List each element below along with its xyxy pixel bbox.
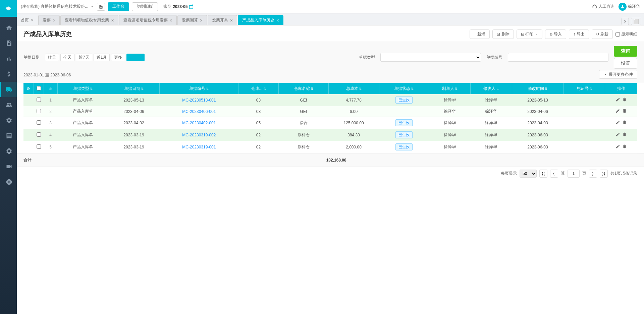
cell-checkbox[interactable]	[34, 106, 44, 117]
delete-action-icon[interactable]	[622, 120, 627, 126]
sidebar-item-chart[interactable]	[0, 51, 17, 66]
tab-product-history[interactable]: 产成品入库单历史 ×	[238, 15, 283, 25]
per-page-select[interactable]: 50 100 200	[520, 170, 537, 178]
print-button[interactable]: ⊟ 打印	[517, 29, 542, 39]
cell-number[interactable]: MC-20230406-001	[160, 106, 238, 117]
row-checkbox[interactable]	[37, 132, 41, 137]
delete-action-icon[interactable]	[622, 132, 627, 138]
select-all-checkbox[interactable]	[37, 86, 41, 90]
delete-action-icon[interactable]	[622, 109, 627, 114]
col-date[interactable]: 单据日期⇅	[108, 83, 160, 94]
edit-action-icon[interactable]	[615, 144, 620, 150]
row-checkbox[interactable]	[37, 144, 41, 149]
col-settings[interactable]: ⚙	[23, 83, 34, 94]
page-number-input[interactable]	[568, 170, 580, 178]
doc-icon-btn[interactable]	[97, 3, 105, 11]
col-creator[interactable]: 制单人⇅	[429, 83, 471, 94]
user-menu[interactable]: 徐泽华	[619, 3, 640, 11]
edit-action-icon[interactable]	[615, 109, 620, 114]
col-modify-time[interactable]: 修改时间⇅	[512, 83, 564, 94]
cell-checkbox[interactable]	[34, 129, 44, 141]
calendar-icon[interactable]	[189, 4, 194, 9]
tab-invoice-open[interactable]: 发票开具 ×	[208, 15, 237, 25]
tab-calc[interactable]: 发票测算 ×	[177, 15, 207, 25]
number-filter-input[interactable]	[508, 53, 608, 62]
last-page-btn[interactable]: ⟩⟩	[600, 170, 608, 178]
sidebar-item-video[interactable]	[0, 159, 17, 174]
workbench-button[interactable]: 工作台	[108, 2, 129, 11]
sidebar-item-vlogo[interactable]	[0, 174, 17, 190]
tab-invoice[interactable]: 发票 ×	[38, 15, 60, 25]
display-switch[interactable]: 显示明细	[615, 32, 637, 37]
export-button[interactable]: ↑ 导出	[569, 29, 589, 39]
prev-page-btn[interactable]: ⟨	[550, 170, 558, 178]
col-status[interactable]: 单据状态⇅	[379, 83, 429, 94]
tab-vat-sales-close[interactable]: ×	[111, 18, 114, 23]
tab-expand-btn[interactable]: ⬜	[631, 18, 641, 25]
table-row[interactable]: 3 产品入库单 2023-04-02 MC-20230402-001 05 徐合…	[23, 117, 637, 129]
tab-invoice-open-close[interactable]: ×	[230, 18, 233, 23]
cell-checkbox[interactable]	[34, 117, 44, 129]
col-warehouse-code[interactable]: 仓库...⇅	[238, 83, 278, 94]
row-checkbox[interactable]	[37, 109, 41, 113]
tab-close-all-btn[interactable]: ×	[622, 18, 629, 25]
display-checkbox[interactable]	[615, 32, 620, 37]
table-row[interactable]: 5 产品入库单 2023-03-19 MC-20230319-001 02 原料…	[23, 141, 637, 153]
next-page-btn[interactable]: ⟩	[589, 170, 597, 178]
edit-action-icon[interactable]	[615, 120, 620, 126]
col-checkbox[interactable]	[34, 83, 44, 94]
query-button[interactable]: 查询	[614, 46, 637, 57]
tab-vat-purchase-close[interactable]: ×	[170, 18, 172, 23]
delete-action-icon[interactable]	[622, 97, 627, 103]
tab-vat-purchase[interactable]: 查看进项增值税专用发票 ×	[119, 15, 177, 25]
col-modifier[interactable]: 修改人⇅	[470, 83, 512, 94]
row-checkbox[interactable]	[37, 120, 41, 125]
col-type[interactable]: 单据类型⇅	[57, 83, 108, 94]
delete-button[interactable]: ⊡ 删除	[492, 29, 514, 39]
yesterday-btn[interactable]: 昨天	[45, 54, 59, 61]
col-total-cost[interactable]: 总成本⇅	[328, 83, 379, 94]
table-row[interactable]: 1 产品入库单 2023-05-13 MC-20230513-001 03 GE…	[23, 94, 637, 106]
sidebar-item-home[interactable]	[0, 20, 17, 36]
more-date-btn[interactable]: 更多	[111, 54, 125, 61]
tab-product-history-close[interactable]: ×	[276, 18, 279, 23]
tab-vat-sales[interactable]: 查看销项增值税专用发票 ×	[60, 15, 118, 25]
cell-number[interactable]: MC-20230402-001	[160, 117, 238, 129]
col-number[interactable]: 单据编号⇅	[160, 83, 238, 94]
last7days-btn[interactable]: 近7天	[76, 54, 92, 61]
first-page-btn[interactable]: ⟨⟨	[539, 170, 547, 178]
import-button[interactable]: ⊕ 导入	[545, 29, 566, 39]
refresh-button[interactable]: ↺ 刷新	[592, 29, 613, 39]
sidebar-item-document[interactable]	[0, 36, 17, 51]
tab-invoice-close[interactable]: ×	[53, 18, 55, 23]
cell-checkbox[interactable]	[34, 141, 44, 153]
tab-calc-close[interactable]: ×	[200, 18, 203, 23]
cell-checkbox[interactable]	[34, 94, 44, 106]
sidebar-item-settings2[interactable]	[0, 113, 17, 128]
custom-date-btn[interactable]: 自定义	[126, 54, 145, 61]
new-button[interactable]: + 新增	[470, 29, 490, 39]
today-btn[interactable]: 今天	[60, 54, 74, 61]
help-label[interactable]: 人工咨询	[592, 4, 614, 9]
set-button[interactable]: 设置	[614, 58, 637, 69]
cell-number[interactable]: MC-20230513-001	[160, 94, 238, 106]
cell-number[interactable]: MC-20230319-002	[160, 129, 238, 141]
table-row[interactable]: 4 产品入库单 2023-03-19 MC-20230319-002 02 原料…	[23, 129, 637, 141]
cell-number[interactable]: MC-20230319-001	[160, 141, 238, 153]
tab-home-close[interactable]: ×	[31, 18, 34, 22]
type-filter-select[interactable]	[380, 53, 481, 62]
col-warehouse-name[interactable]: 仓库名称⇅	[278, 83, 328, 94]
delete-action-icon[interactable]	[622, 144, 627, 150]
expand-conditions-btn[interactable]: 展开更多条件	[599, 70, 637, 79]
sidebar-item-people[interactable]	[0, 97, 17, 113]
sidebar-item-receipt[interactable]	[0, 128, 17, 143]
switch-old-button[interactable]: 切到旧版	[132, 2, 158, 11]
app-logo[interactable]	[0, 0, 17, 17]
sidebar-item-gear[interactable]	[0, 143, 17, 159]
edit-action-icon[interactable]	[615, 132, 620, 138]
col-voucher[interactable]: 凭证号⇅	[564, 83, 605, 94]
table-row[interactable]: 2 产品入库单 2023-04-06 MC-20230406-001 03 GE…	[23, 106, 637, 117]
sidebar-item-warehouse[interactable]	[0, 82, 17, 97]
edit-action-icon[interactable]	[615, 97, 620, 103]
tab-home[interactable]: 首页 ×	[17, 15, 38, 25]
